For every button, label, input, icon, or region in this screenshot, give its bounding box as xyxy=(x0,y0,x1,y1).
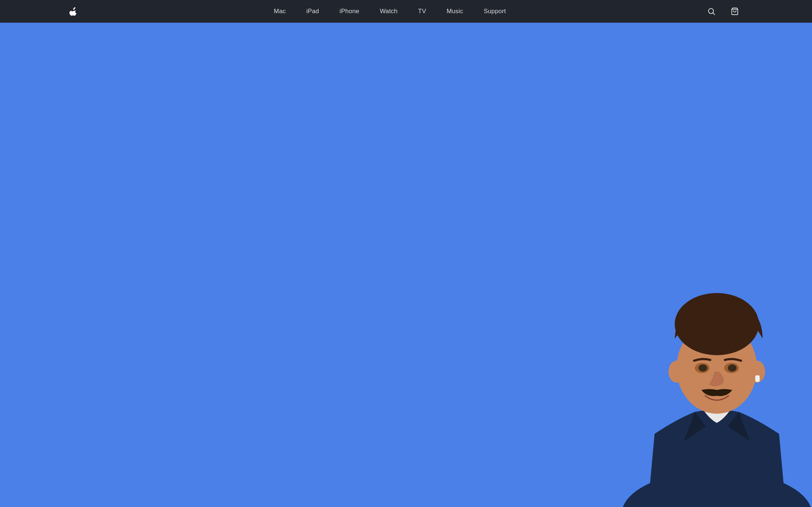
svg-line-1 xyxy=(713,13,715,15)
nav-item-support[interactable]: Support xyxy=(473,8,516,15)
nav-item-music[interactable]: Music xyxy=(436,8,473,15)
svg-point-12 xyxy=(668,361,685,383)
svg-rect-13 xyxy=(755,375,760,382)
search-icon[interactable] xyxy=(703,3,719,19)
svg-point-9 xyxy=(699,364,707,372)
nav-item-watch[interactable]: Watch xyxy=(369,8,407,15)
bag-icon[interactable] xyxy=(727,3,743,19)
person-figure xyxy=(611,214,812,507)
apple-logo[interactable] xyxy=(69,7,77,16)
svg-point-10 xyxy=(728,364,737,372)
nav-item-mac[interactable]: Mac xyxy=(264,8,296,15)
nav-links: Mac iPad iPhone Watch TV Music Support xyxy=(77,8,703,15)
navbar: Mac iPad iPhone Watch TV Music Support xyxy=(0,0,812,23)
nav-item-ipad[interactable]: iPad xyxy=(296,8,329,15)
nav-icons xyxy=(703,3,743,19)
nav-item-iphone[interactable]: iPhone xyxy=(329,8,369,15)
main-content xyxy=(0,23,812,507)
nav-item-tv[interactable]: TV xyxy=(408,8,436,15)
